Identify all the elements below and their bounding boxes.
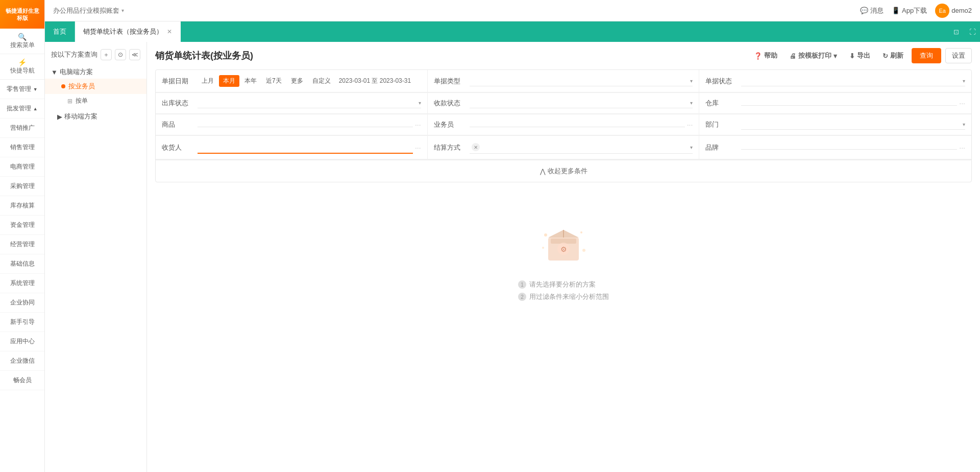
brand-dots-icon[interactable]: ··· [959, 144, 965, 152]
sidebar-item-inventory[interactable]: 库存核算 [0, 196, 44, 216]
page-title-actions: ❓ 帮助 🖨 按模板打印 ▾ ⬇ 导出 ↻ 刷新 [750, 48, 972, 63]
user-avatar-button[interactable]: Ea demo2 [935, 4, 972, 18]
arrow-icon: ▼ [51, 68, 58, 76]
sidebar-search[interactable]: 🔍 搜索菜单 [0, 29, 44, 54]
date-tab-7days[interactable]: 近7天 [262, 75, 286, 87]
left-panel: 按以下方案查询 ＋ ⊙ ≪ ▼ 电脑端方案 按业务员 ⊞ [45, 42, 147, 472]
settlement-select[interactable]: ✕ ▾ [470, 141, 693, 154]
app-download-button[interactable]: 📱 App下载 [892, 6, 927, 15]
sidebar-item-wechat[interactable]: 企业微信 [0, 351, 44, 371]
desktop-group: ▼ 电脑端方案 按业务员 ⊞ 按单 [45, 65, 146, 108]
sidebar-item-member[interactable]: 畅会员 [0, 371, 44, 390]
warehouse-value [741, 101, 957, 106]
brand-value [741, 145, 957, 150]
app-title-text: 办公用品行业模拟账套 [53, 6, 119, 15]
message-button[interactable]: 💬 消息 [860, 6, 884, 15]
page-title-text: 销货单统计表(按业务员) [155, 50, 253, 62]
sidebar-logo-text: 畅捷通好生意 [6, 7, 39, 14]
sidebar-item-basic[interactable]: 基础信息 [0, 254, 44, 274]
sidebar-item-retail[interactable]: 零售管理 ▼ [0, 80, 44, 99]
salesman-value [470, 123, 685, 127]
filter-date: 单据日期 上月 本月 本年 [156, 70, 428, 92]
tree-item-by-doc[interactable]: ⊞ 按单 [45, 94, 146, 108]
sidebar-item-marketing[interactable]: 营销推广 [0, 119, 44, 138]
mobile-group-label[interactable]: ▶ 移动端方案 [45, 110, 146, 123]
sidebar-item-ecommerce-label: 电商管理 [2, 162, 42, 171]
filter-goods: 商品 ··· [156, 114, 428, 135]
sidebar-item-purchase[interactable]: 采购管理 [0, 177, 44, 196]
settlement-clear-button[interactable]: ✕ [472, 143, 480, 151]
tip-num-1: 1 [518, 280, 526, 289]
collect-status-select[interactable]: ▾ [470, 98, 693, 108]
sidebar-item-basic-label: 基础信息 [2, 259, 42, 268]
sub-item-icon: ⊞ [67, 98, 72, 105]
active-dot [61, 84, 65, 88]
help-button[interactable]: ❓ 帮助 [750, 49, 781, 62]
svg-text:⚙: ⚙ [560, 245, 567, 253]
date-tab-custom[interactable]: 自定义 [308, 75, 335, 87]
sidebar-logo: 畅捷通好生意 标版 [0, 0, 44, 29]
sidebar-item-system[interactable]: 系统管理 [0, 274, 44, 293]
date-tab-more[interactable]: 更多 [287, 75, 307, 87]
doc-type-chevron: ▾ [690, 78, 693, 84]
edit-scheme-button[interactable]: ⊙ [115, 49, 126, 60]
download-icon: 📱 [892, 7, 900, 14]
tab-expand-button[interactable]: ⊡ [947, 28, 965, 36]
doc-status-select[interactable]: ▾ [741, 76, 965, 86]
sidebar-item-marketing-label: 营销推广 [2, 124, 42, 132]
template-print-button[interactable]: 🖨 按模板打印 ▾ [786, 49, 841, 62]
tip-text-1: 请先选择要分析的方案 [529, 280, 596, 289]
date-tab-this-year[interactable]: 本年 [240, 75, 261, 87]
query-button[interactable]: 查询 [912, 48, 941, 63]
warehouse-input: ··· [741, 99, 965, 107]
doc-type-select[interactable]: ▾ [470, 76, 693, 86]
tab-fullscreen-button[interactable]: ⛶ [965, 28, 980, 36]
export-button[interactable]: ⬇ 导出 [845, 49, 874, 62]
doc-type-label: 单据类型 [434, 77, 470, 86]
tab-home[interactable]: 首页 [45, 21, 75, 42]
tab-close-icon[interactable]: ✕ [167, 28, 172, 35]
collapse-button[interactable]: ⋀ 收起更多条件 [537, 163, 591, 179]
out-status-select[interactable]: ▾ [198, 98, 421, 108]
doc-type-input: ▾ [470, 76, 693, 86]
left-panel-title: 按以下方案查询 [51, 50, 97, 59]
sidebar-item-finance[interactable]: 资金管理 [0, 216, 44, 235]
chevron-up-icon: ▲ [33, 106, 38, 111]
tree-item-salesman[interactable]: 按业务员 [45, 79, 146, 94]
salesman-dots-icon[interactable]: ··· [687, 121, 693, 129]
sidebar-item-ecommerce[interactable]: 电商管理 [0, 157, 44, 177]
sidebar-quick-nav[interactable]: ⚡ 快捷导航 [0, 54, 44, 80]
sidebar-item-wholesale-label: 批发管理 [7, 105, 31, 112]
sidebar-item-sales[interactable]: 销售管理 [0, 138, 44, 157]
sidebar-item-coop[interactable]: 企业协同 [0, 293, 44, 313]
date-tab-prev-month[interactable]: 上月 [198, 75, 218, 87]
sidebar-item-wholesale[interactable]: 批发管理 ▲ [0, 99, 44, 119]
sidebar-item-sales-label: 销售管理 [2, 143, 42, 152]
collect-status-input: ▾ [470, 98, 693, 108]
collapse-panel-button[interactable]: ≪ [129, 49, 140, 60]
doc-status-chevron: ▾ [963, 78, 965, 84]
filter-salesman: 业务员 ··· [428, 114, 700, 135]
tree-item-by-doc-label: 按单 [76, 97, 88, 105]
doc-status-label: 单据状态 [705, 77, 741, 86]
tab-sales-stat[interactable]: 销货单统计表（按业务员） ✕ [75, 21, 181, 42]
collect-status-label: 收款状态 [434, 99, 470, 108]
receiver-dots-icon[interactable]: ··· [415, 144, 421, 152]
receiver-text-input[interactable] [198, 141, 413, 154]
date-tab-this-month[interactable]: 本月 [219, 75, 239, 87]
sidebar-item-appcenter[interactable]: 应用中心 [0, 332, 44, 351]
settings-button[interactable]: 设置 [945, 48, 972, 63]
dept-select[interactable]: ▾ [741, 120, 965, 130]
settlement-label: 结算方式 [434, 143, 470, 152]
desktop-group-label[interactable]: ▼ 电脑端方案 [45, 65, 146, 79]
right-content: 销货单统计表(按业务员) ❓ 帮助 🖨 按模板打印 ▾ ⬇ 导出 [147, 42, 980, 472]
goods-dots-icon[interactable]: ··· [415, 121, 421, 129]
sidebar-item-operations[interactable]: 经营管理 [0, 235, 44, 254]
sidebar-item-newbie[interactable]: 新手引导 [0, 313, 44, 332]
add-scheme-button[interactable]: ＋ [101, 49, 112, 60]
sidebar-item-retail-label: 零售管理 [7, 85, 31, 92]
refresh-button[interactable]: ↻ 刷新 [878, 49, 908, 62]
warehouse-dots-icon[interactable]: ··· [959, 99, 965, 107]
sidebar-item-member-label: 畅会员 [2, 376, 42, 385]
salesman-label: 业务员 [434, 120, 470, 129]
